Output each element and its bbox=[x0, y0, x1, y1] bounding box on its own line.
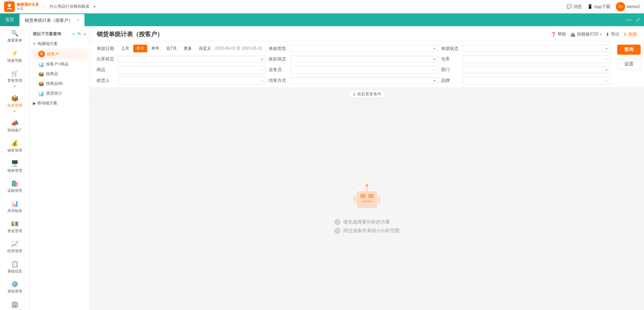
scheme-return-icon: 📊 bbox=[38, 91, 44, 96]
consignee-more[interactable]: ··· bbox=[260, 78, 263, 83]
svg-point-8 bbox=[366, 184, 368, 187]
svg-rect-4 bbox=[362, 201, 372, 202]
collect-status-select[interactable]: ▾ bbox=[290, 56, 438, 63]
doc-status-select[interactable]: ▾ bbox=[463, 45, 610, 52]
scheme-item-return-stat[interactable]: 📊 退货统计 bbox=[32, 89, 88, 98]
user-nav-item[interactable]: Ea demo2 bbox=[616, 2, 640, 11]
desktop-group-label: 电脑端方案 bbox=[38, 41, 58, 47]
refresh-icon: ↻ bbox=[624, 32, 627, 37]
sidebar-item-sales[interactable]: 💰 销售管理 bbox=[0, 136, 29, 156]
brand-input[interactable]: ··· bbox=[463, 76, 610, 85]
sidebar-item-finance[interactable]: 💵 资金管理 bbox=[0, 217, 29, 237]
date-range-text: 2023-03-01 至 2023-03-31 bbox=[215, 46, 262, 51]
sidebar-item-inventory[interactable]: 📊 库存核算 bbox=[0, 197, 29, 217]
collect-status-label: 收款状态 bbox=[269, 56, 287, 62]
sidebar-item-operation[interactable]: 📈 经营管理 bbox=[0, 237, 29, 257]
filter-settlement-cell: 结算方式 ▾ bbox=[269, 76, 438, 85]
dept-select[interactable]: ▾ bbox=[463, 66, 610, 73]
help-btn[interactable]: ❓ 帮助 bbox=[551, 31, 566, 37]
export-btn[interactable]: ⬇ 导出 bbox=[606, 31, 620, 37]
nav-divider: | bbox=[44, 4, 45, 9]
sidebar-item-ecom[interactable]: 🖥️ 电商管理 bbox=[0, 156, 29, 176]
doc-status-arrow: ▾ bbox=[606, 47, 607, 50]
warehouse-more[interactable]: ··· bbox=[604, 57, 607, 61]
desktop-group-title[interactable]: ▼ 电脑端方案 bbox=[32, 39, 88, 49]
print-btn[interactable]: 🖨️ 按模板打印 ▾ bbox=[570, 31, 602, 37]
left-panel-add-btn[interactable]: + bbox=[72, 31, 75, 37]
filter-warehouse-cell: 仓库 ··· bbox=[441, 55, 610, 63]
scheme-item-by-customer-product[interactable]: 📊 按客户+商品 bbox=[32, 59, 88, 69]
page-header: 销货单统计表（按客户） ❓ 帮助 🖨️ 按模板打印 ▾ ⬇ 导出 ↻ 刷新 bbox=[90, 26, 644, 41]
doc-type-arrow: ▾ bbox=[434, 47, 435, 50]
refresh-btn[interactable]: ↻ 刷新 bbox=[624, 31, 637, 37]
filter-collect-status-cell: 收款状态 ▾ bbox=[269, 55, 438, 63]
empty-hint-2: 2 用过滤条件来缩小分析范围 bbox=[334, 228, 399, 234]
product-more[interactable]: ··· bbox=[260, 67, 263, 72]
message-label: 消息 bbox=[573, 4, 582, 10]
filter-row-3: 商品 ··· 业务员 ··· bbox=[97, 66, 610, 74]
date-btn-custom[interactable]: 自定义 bbox=[196, 45, 214, 52]
tab-close-icon[interactable]: × bbox=[77, 18, 79, 23]
sys-icon: ⚙️ bbox=[11, 280, 18, 288]
message-nav-item[interactable]: 💬 消息 bbox=[567, 4, 582, 10]
date-btn-this-month[interactable]: 本月 bbox=[133, 45, 147, 52]
scheme-item-by-product-label: 按商品 bbox=[46, 71, 58, 77]
settings-btn[interactable]: 设置 bbox=[617, 59, 641, 69]
sidebar-item-quick-nav[interactable]: ⚡ 快捷导航 bbox=[0, 46, 29, 66]
settlement-select[interactable]: ▾ bbox=[290, 77, 438, 84]
mobile-group-title[interactable]: ▶ 移动端方案 bbox=[32, 98, 88, 108]
wholesale-icon: 📦 bbox=[11, 95, 18, 102]
mobile-group-label: 移动端方案 bbox=[37, 100, 57, 106]
scheme-item-by-product99-label: 按商品99 bbox=[46, 81, 62, 87]
ecom-icon: 🖥️ bbox=[11, 160, 18, 167]
left-panel-edit-btn[interactable]: ✎ bbox=[77, 31, 82, 37]
logo-svg bbox=[5, 3, 13, 11]
main-content: 销货单统计表（按客户） ❓ 帮助 🖨️ 按模板打印 ▾ ⬇ 导出 ↻ 刷新 bbox=[90, 26, 644, 310]
consignee-input[interactable]: ··· bbox=[118, 76, 266, 85]
scheme-item-by-product99[interactable]: 📦 按商品99 bbox=[32, 79, 88, 89]
scheme-item-customer-product-label: 按客户+商品 bbox=[46, 61, 68, 67]
brand-more[interactable]: ··· bbox=[604, 78, 607, 83]
sidebar-item-marketing[interactable]: 📣 营销推广 bbox=[0, 116, 29, 136]
dept-label: 部门 bbox=[441, 67, 460, 73]
product-input[interactable]: ··· bbox=[118, 66, 266, 74]
sidebar-item-purchase[interactable]: 🛍️ 采购管理 bbox=[0, 176, 29, 197]
print-label: 按模板打印 bbox=[577, 31, 599, 37]
sidebar-item-wholesale[interactable]: 📦 批发管理 ▴ bbox=[0, 91, 29, 116]
sidebar-item-sys[interactable]: ⚙️ 系统管理 bbox=[0, 277, 29, 297]
tab-sales-stat[interactable]: 销货单统计表（按客户） × bbox=[19, 14, 85, 27]
app-download-nav-item[interactable]: 📱 App下载 bbox=[587, 4, 610, 10]
collapse-btn[interactable]: ∧ 收起更多条件 bbox=[348, 90, 386, 98]
sidebar-item-retail[interactable]: 🛒 零售管理 ▾ bbox=[0, 66, 29, 91]
salesperson-more[interactable]: ··· bbox=[432, 67, 435, 72]
finance-icon: 💵 bbox=[11, 220, 18, 227]
sidebar-item-search-menu[interactable]: 🔍 搜索菜单 bbox=[0, 26, 29, 46]
date-btn-more[interactable]: 更多 bbox=[181, 45, 195, 52]
sidebar-item-basic-info[interactable]: 📋 基础信息 bbox=[0, 257, 29, 277]
print-arrow: ▾ bbox=[600, 33, 602, 36]
filter-salesperson-cell: 业务员 ··· bbox=[269, 66, 438, 74]
out-status-select[interactable]: ▾ bbox=[118, 56, 266, 63]
tab-minimize-btn[interactable]: — bbox=[625, 15, 633, 24]
sales-icon: 💰 bbox=[11, 140, 18, 147]
scheme-item-by-product[interactable]: 📦 按商品 bbox=[32, 69, 88, 79]
enterprise-icon: 🏢 bbox=[11, 301, 18, 308]
scheme-item-by-customer[interactable]: 客 按客户 bbox=[32, 49, 88, 59]
left-panel: 按以下方案查询 + ✎ « ▼ 电脑端方案 客 按客户 📊 按客户+商品 📦 bbox=[30, 26, 90, 310]
tab-fullscreen-btn[interactable]: ⤢ bbox=[634, 15, 641, 24]
date-btn-last7[interactable]: 近7天 bbox=[163, 45, 180, 52]
date-btn-this-year[interactable]: 本年 bbox=[148, 45, 162, 52]
breadcrumb-arrow[interactable]: ▾ bbox=[94, 4, 96, 9]
sidebar-item-enterprise[interactable]: 🏢 企业协同 bbox=[0, 297, 29, 310]
doc-type-select[interactable]: ▾ bbox=[290, 45, 438, 52]
salesperson-input[interactable]: ··· bbox=[290, 66, 438, 74]
svg-rect-1 bbox=[357, 191, 377, 208]
mobile-icon: 📱 bbox=[587, 4, 593, 9]
query-btn[interactable]: 查询 bbox=[617, 45, 641, 55]
date-label: 单据日期 bbox=[97, 46, 115, 52]
warehouse-input[interactable]: ··· bbox=[463, 55, 610, 63]
tab-home[interactable]: 首页 bbox=[0, 13, 19, 26]
settlement-arrow: ▾ bbox=[434, 79, 435, 83]
date-btn-last-month[interactable]: 上月 bbox=[118, 45, 132, 52]
left-panel-collapse-btn[interactable]: « bbox=[84, 31, 86, 37]
